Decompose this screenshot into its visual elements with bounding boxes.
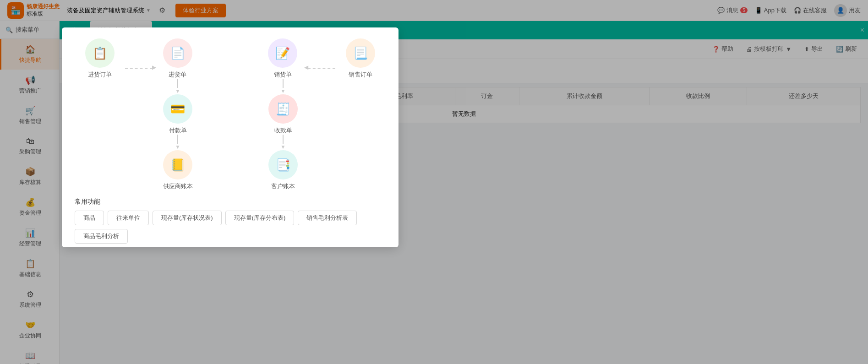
flow-node-sales-bill[interactable]: 📝 销货单 [257,38,308,79]
func-btn-stock-status[interactable]: 现存量(库存状况表) [153,211,222,225]
func-btn-stock-dist[interactable]: 现存量(库存分布表) [225,211,295,225]
function-buttons: 商品 往来单位 现存量(库存状况表) 现存量(库存分布表) 销售毛利分析表 商品… [75,211,386,244]
receipt-label: 收款单 [274,126,292,135]
sales-order-label: 销售订单 [349,71,372,79]
arrow-down-purchase: ▼ [153,79,203,94]
flow-node-supplier[interactable]: 📒 供应商账本 [153,150,203,190]
flow-diagram: 📋 进货订单 ▶ 📄 进货单 📝 销货单 [75,38,386,190]
purchase-bill-circle: 📄 [163,38,192,68]
func-btn-sales-profit[interactable]: 销售毛利分析表 [298,211,357,225]
flow-row-2: ▼ ▼ [75,79,386,94]
customer-circle: 📑 [268,150,298,179]
common-functions-title: 常用功能 [75,198,386,206]
quick-panel: 📋 进货订单 ▶ 📄 进货单 📝 销货单 [62,27,399,247]
supplier-label: 供应商账本 [163,182,193,190]
flow-row-4: ▼ ▼ [75,135,386,150]
flow-row-1: 📋 进货订单 ▶ 📄 进货单 📝 销货单 [75,38,386,79]
common-functions: 常用功能 商品 往来单位 现存量(库存状况表) 现存量(库存分布表) 销售毛利分… [75,198,386,247]
arrow-down-payment: ▼ [153,135,203,150]
flow-row-3: 💳 付款单 🧾 收款单 [75,94,386,135]
arrow-purchase-to-bill: ▶ [125,68,153,79]
flow-row-5: 📒 供应商账本 📑 客户账本 [75,150,386,190]
customer-label: 客户账本 [271,182,295,190]
purchase-order-circle: 📋 [85,38,115,68]
purchase-order-label: 进货订单 [88,71,112,79]
sales-bill-circle: 📝 [268,38,297,68]
receipt-circle: 🧾 [268,94,298,124]
flow-node-purchase-bill[interactable]: 📄 进货单 [153,38,203,79]
arrow-sales-order-to-bill: ◀ [308,68,335,79]
arrow-down-sales: ▼ [258,79,308,94]
payment-label: 付款单 [169,126,187,135]
payment-circle: 💳 [163,94,192,124]
sales-order-circle: 📃 [346,38,375,68]
func-btn-partner[interactable]: 往来单位 [108,211,149,225]
flow-node-payment[interactable]: 💳 付款单 [153,94,203,135]
supplier-circle: 📒 [163,150,192,179]
func-btn-goods-profit[interactable]: 商品毛利分析 [75,229,128,244]
func-btn-goods[interactable]: 商品 [75,211,104,225]
purchase-bill-label: 进货单 [169,71,186,79]
flow-node-purchase-order[interactable]: 📋 进货订单 [75,38,125,79]
flow-node-customer[interactable]: 📑 客户账本 [258,150,308,190]
flow-node-receipt[interactable]: 🧾 收款单 [258,94,308,135]
flow-node-sales-order[interactable]: 📃 销售订单 [335,38,386,79]
sales-bill-label: 销货单 [274,71,292,79]
arrow-down-receipt: ▼ [258,135,308,150]
